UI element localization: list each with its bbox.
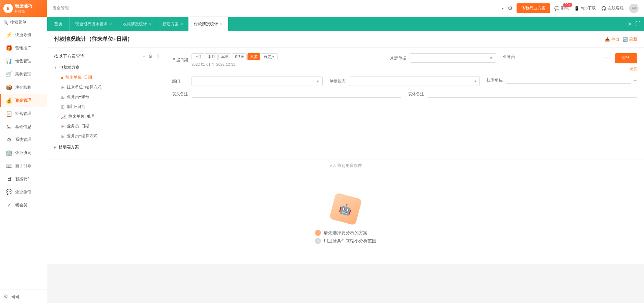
sidebar-item-operations[interactable]: 📋 经营管理: [0, 107, 47, 120]
section-arrow-right-icon: ▶: [54, 145, 57, 149]
mobile-scheme-header[interactable]: ▶ 移动端方案: [54, 142, 159, 152]
scheme-item-staff-settle[interactable]: ⊞ 业务员+结算方式: [54, 131, 159, 141]
partner-more-icon[interactable]: ···: [634, 78, 637, 83]
collapse-sidebar-icon[interactable]: ◀◀: [11, 293, 19, 300]
sidebar-item-purchase[interactable]: 🛒 采购管理: [0, 68, 47, 81]
collapse-arrow-icon: ∧∧: [329, 163, 336, 168]
sidebar: 6 畅捷通巧 标准版 🔍 搜索菜单 ⚡ 快捷导航 🎁 营销推广 📊 销售管理 🛒…: [0, 0, 47, 303]
sidebar-item-label: 经营管理: [15, 111, 31, 117]
app-icon: 📱: [574, 6, 579, 11]
sidebar-item-hardware[interactable]: 🖥 智能硬件: [0, 173, 47, 185]
filter-row-2: 部门 ▼ 单据状态 ▼ 往来单位: [172, 77, 637, 86]
tab-close-icon[interactable]: ×: [149, 22, 151, 26]
scheme-settings-icon[interactable]: ⚙: [148, 54, 153, 59]
search-menu[interactable]: 🔍 搜索菜单: [0, 17, 47, 28]
source-select[interactable]: ▼: [410, 53, 496, 63]
sidebar-item-label: 基础信息: [15, 124, 31, 130]
filter-body-note-field: 表体备注: [408, 91, 637, 98]
tab-close-icon[interactable]: ×: [220, 22, 222, 26]
app-download-button[interactable]: 📱 App下载: [574, 5, 596, 11]
trial-button[interactable]: 体验行业方案: [517, 3, 550, 13]
sidebar-item-inventory[interactable]: 📦 库存核算: [0, 81, 47, 94]
tab-bank-flow[interactable]: 现金银行流水查询 ×: [70, 17, 117, 31]
collapse-scheme-icon[interactable]: 《: [155, 53, 159, 59]
avatar[interactable]: Rit: [629, 4, 639, 13]
date-last-month-btn[interactable]: 上月: [192, 53, 204, 60]
date-this-year-btn[interactable]: 本年: [218, 53, 231, 60]
scheme-item-partner-settle[interactable]: ⊞ 往来单位+结算方式: [54, 82, 159, 92]
staff-input[interactable]: [522, 53, 602, 60]
empty-tip-2: 2 用过滤条件来缩小分析范围: [315, 238, 376, 244]
desktop-scheme-header[interactable]: ▼ 电脑端方案: [54, 63, 159, 72]
date-more-btn[interactable]: 更多: [247, 53, 260, 60]
date-this-month-btn[interactable]: 本月: [205, 53, 218, 60]
header-note-input[interactable]: [192, 91, 401, 98]
scheme-item-label: 业务员+结算方式: [67, 133, 97, 139]
tab-home[interactable]: 首页: [47, 17, 70, 31]
date-7days-btn[interactable]: 近7天: [232, 53, 247, 60]
marketing-icon: 🎁: [6, 45, 12, 51]
sidebar-item-label: 快捷导航: [15, 32, 31, 38]
tab-close-icon[interactable]: ×: [110, 22, 112, 26]
close-window-icon[interactable]: ✕: [627, 21, 632, 27]
illustration-icon: 🤖: [329, 192, 362, 225]
sidebar-item-vip[interactable]: ✓ 畅会员: [0, 199, 47, 212]
tab-label: 付款情况统计: [194, 21, 218, 27]
sidebar-item-marketing[interactable]: 🎁 营销推广: [0, 41, 47, 55]
tab-label: 新建方案: [163, 21, 179, 27]
message-badge: 99+: [563, 3, 572, 7]
scheme-icon: ⊞: [61, 104, 65, 110]
export-button[interactable]: 📤 导出: [605, 36, 619, 42]
scheme-item-dept-date[interactable]: ⊞ 部门+日期: [54, 102, 159, 112]
settings-bottom-icon[interactable]: ⚙: [3, 293, 8, 300]
sales-icon: 📊: [6, 58, 12, 64]
scheme-icon: ⊞: [61, 124, 65, 129]
query-button[interactable]: 查询: [615, 53, 637, 63]
staff-more-icon[interactable]: ···: [605, 55, 608, 59]
header-note-label: 表头备注: [172, 91, 189, 97]
hardware-icon: 🖥: [6, 176, 12, 182]
tab-payment-stats[interactable]: 付款情况统计 ×: [188, 17, 228, 31]
scheme-title: 按以下方案查询: [54, 53, 85, 59]
sidebar-item-basic[interactable]: 🗂 基础信息: [0, 120, 47, 133]
refresh-button[interactable]: 🔄 刷新: [623, 36, 637, 42]
online-service-button[interactable]: 🎧 在线客服: [601, 5, 624, 11]
dept-select[interactable]: ▼: [192, 77, 323, 86]
scheme-item-staff-account[interactable]: ⊞ 业务员+账号: [54, 92, 159, 102]
scheme-item-partner-date[interactable]: ● 往来单位+日期: [54, 72, 159, 82]
collapse-more-bar[interactable]: ∧∧ 收起更多条件: [47, 159, 644, 172]
quick-nav-icon: ⚡: [6, 32, 12, 38]
sidebar-item-label: 营销推广: [15, 45, 31, 51]
settings-link[interactable]: 设置: [629, 66, 637, 72]
scheme-icons: ＋ ⚙ 《: [142, 53, 159, 59]
empty-tips: 1 请先选择要分析的方案 2 用过滤条件来缩小分析范围: [315, 230, 376, 244]
message-button[interactable]: 💬 消息 99+: [554, 5, 569, 11]
body-note-input[interactable]: [428, 91, 637, 98]
filter-header-note-field: 表头备注: [172, 91, 401, 98]
basic-icon: 🗂: [6, 124, 12, 130]
tab-new-plan[interactable]: 新建方案 ×: [157, 17, 188, 31]
sidebar-item-enterprise[interactable]: 🏢 企业协同: [0, 146, 47, 159]
sidebar-logo: 6 畅捷通巧 标准版: [0, 0, 47, 17]
tab-close-icon[interactable]: ×: [181, 22, 183, 26]
sidebar-item-wechat[interactable]: 💬 企业微信: [0, 185, 47, 199]
body-note-label: 表体备注: [408, 91, 425, 97]
sidebar-item-capital[interactable]: 💰 资金管理: [0, 94, 47, 107]
sidebar-item-guide[interactable]: 📖 新手引导: [0, 159, 47, 173]
partner-input[interactable]: [506, 77, 631, 84]
docstatus-select[interactable]: ▼: [349, 77, 480, 86]
sidebar-item-sales[interactable]: 📊 销售管理: [0, 55, 47, 68]
add-scheme-icon[interactable]: ＋: [142, 53, 146, 59]
scheme-item-partner-account[interactable]: 📈 往来单位+账号: [54, 112, 159, 121]
dropdown-arrow-icon[interactable]: ▾: [502, 6, 504, 11]
service-label: 在线客服: [608, 5, 624, 11]
expand-window-icon[interactable]: ⛶: [635, 21, 641, 27]
settings-icon[interactable]: ⚙: [508, 5, 513, 11]
inventory-icon: 📦: [6, 84, 12, 91]
logo-title: 畅捷通巧: [15, 3, 32, 9]
scheme-item-staff-date[interactable]: ⊞ 业务员+日期: [54, 121, 159, 131]
sidebar-item-system[interactable]: ⚙ 系统管理: [0, 133, 47, 146]
sidebar-item-quick-nav[interactable]: ⚡ 快捷导航: [0, 28, 47, 41]
date-custom-btn[interactable]: 自定义: [261, 53, 277, 60]
tab-receipt-stats[interactable]: 收款情况统计 ×: [117, 17, 157, 31]
